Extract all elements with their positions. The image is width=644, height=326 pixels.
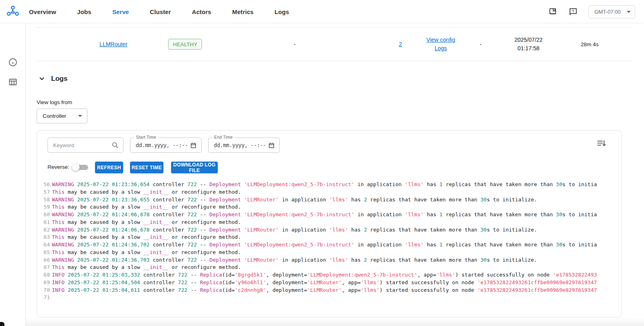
info-icon[interactable]	[8, 57, 18, 67]
replicas-count-link[interactable]: 2	[399, 41, 402, 47]
deployed-time: 01:17:58	[514, 44, 543, 53]
log-controls-row: Reverse: REFRESH RESET TIME DOWNLOAD LOG…	[37, 160, 621, 176]
log-line: 61This may be caused by a slow __init__ …	[41, 219, 597, 226]
table-icon[interactable]	[8, 77, 18, 87]
chevron-down-icon	[627, 11, 631, 13]
start-time-placeholder: dd.mm.yyyy, --:--	[136, 142, 188, 148]
log-line-number: 61	[41, 219, 50, 226]
log-line: 70INFO 2025-07-22 01:25:04,611 controlle…	[41, 287, 597, 294]
deployment-name-link[interactable]: LLMRouter	[99, 41, 127, 47]
calendar-icon[interactable]	[190, 142, 197, 149]
docs-book-icon[interactable]	[548, 7, 558, 16]
end-time-field[interactable]: End Time dd.mm.yyyy, --:--	[208, 137, 280, 153]
log-line: 68INFO 2025-07-22 01:25:03,332 controlle…	[41, 271, 597, 279]
toggle-thumb	[72, 163, 80, 171]
log-line: 63This may be caused by a slow __init__ …	[41, 234, 597, 241]
app-bar: Overview Jobs Serve Cluster Actors Metri…	[0, 0, 644, 23]
log-line: 59This may be caused by a slow __init__ …	[41, 203, 597, 211]
nav-tab-jobs[interactable]: Jobs	[77, 8, 91, 15]
keyword-search-field[interactable]	[47, 137, 124, 153]
status-badge: HEALTHY	[168, 39, 202, 50]
log-line: 66WARNING 2025-07-22 01:24:36,703 contro…	[41, 256, 597, 264]
keyword-input[interactable]	[53, 142, 111, 148]
reverse-label: Reverse:	[47, 164, 69, 170]
download-log-file-button[interactable]: DOWNLOAD LOG FILE	[171, 162, 218, 173]
view-config-link[interactable]: View config	[426, 36, 455, 44]
log-line-number: 63	[41, 234, 50, 241]
feedback-icon[interactable]	[568, 7, 578, 16]
log-line-number: 57	[41, 189, 50, 196]
deployed-date: 2025/07/22	[514, 36, 543, 44]
log-line-number: 60	[41, 211, 50, 219]
reverse-toggle[interactable]	[72, 162, 91, 173]
start-time-label: Start Time	[134, 135, 158, 139]
main-nav: Overview Jobs Serve Cluster Actors Metri…	[29, 0, 289, 23]
log-line-number: 62	[41, 226, 50, 234]
log-lines[interactable]: 56WARNING 2025-07-22 01:23:36,654 contro…	[37, 180, 597, 309]
log-line-number: 69	[41, 279, 50, 287]
log-line-number: 64	[41, 241, 50, 249]
log-source-select[interactable]: Controller	[37, 109, 87, 123]
duration-value: 28m 4s	[581, 41, 599, 47]
log-line: 58WARNING 2025-07-22 01:23:36,655 contro…	[41, 196, 597, 204]
nav-tab-cluster[interactable]: Cluster	[150, 8, 171, 15]
log-line-number: 70	[41, 287, 50, 294]
page-footer-strip	[26, 318, 644, 326]
log-line: 57This may be caused by a slow __init__ …	[41, 189, 597, 196]
log-line-number: 59	[41, 203, 50, 211]
log-line: 64WARNING 2025-07-22 01:24:36,702 contro…	[41, 241, 597, 249]
sort-order-icon[interactable]	[597, 139, 606, 148]
log-line: 69INFO 2025-07-22 01:25:04,504 controlle…	[41, 279, 597, 287]
end-time-placeholder: dd.mm.yyyy, --:--	[214, 142, 266, 148]
log-line: 60WARNING 2025-07-22 01:24:06,678 contro…	[41, 211, 597, 219]
nav-tab-metrics[interactable]: Metrics	[232, 8, 254, 15]
log-source-value: Controller	[43, 113, 66, 119]
logs-section-title: Logs	[51, 75, 68, 83]
timezone-select[interactable]: GMT-07:00	[588, 5, 635, 18]
log-line: 67This may be caused by a slow __init__ …	[41, 264, 597, 271]
deployment-table-row: LLMRouter HEALTHY - 2 View config Logs -…	[36, 27, 632, 61]
log-line-number: 68	[41, 271, 50, 279]
logs-section-toggle[interactable]: Logs	[38, 75, 68, 83]
log-line: 71	[41, 294, 597, 301]
log-line: 56WARNING 2025-07-22 01:23:36,654 contro…	[41, 181, 597, 189]
row-dash-1: -	[294, 41, 296, 47]
log-line-number: 66	[41, 256, 50, 264]
view-logs-from-label: View logs from	[37, 99, 72, 105]
row-dash-2: -	[480, 41, 482, 47]
refresh-button[interactable]: REFRESH	[95, 162, 123, 173]
log-line: 62WARNING 2025-07-22 01:24:06,678 contro…	[41, 226, 597, 234]
deployed-timestamp: 2025/07/22 01:17:58	[514, 36, 543, 53]
row-logs-link[interactable]: Logs	[426, 44, 455, 53]
nav-tab-actors[interactable]: Actors	[192, 8, 211, 15]
chevron-down-icon	[38, 75, 45, 82]
calendar-icon[interactable]	[268, 142, 275, 149]
corner-mark	[0, 322, 4, 326]
end-time-label: End Time	[212, 135, 235, 139]
search-icon	[111, 141, 119, 149]
nav-tab-overview[interactable]: Overview	[29, 8, 56, 15]
log-line: 65This may be caused by a slow __init__ …	[41, 249, 597, 256]
timezone-value: GMT-07:00	[594, 9, 621, 15]
ray-logo-icon[interactable]	[6, 5, 20, 18]
log-line-number: 65	[41, 249, 50, 256]
start-time-field[interactable]: Start Time dd.mm.yyyy, --:--	[130, 137, 202, 153]
log-line-number: 58	[41, 196, 50, 204]
reset-time-button[interactable]: RESET TIME	[130, 162, 163, 173]
appbar-actions: GMT-07:00	[548, 0, 644, 23]
log-line-number: 71	[41, 294, 50, 301]
left-sidebar	[0, 23, 26, 326]
nav-tab-logs[interactable]: Logs	[275, 8, 289, 15]
log-line-number: 56	[41, 181, 50, 189]
log-viewer-panel: Start Time dd.mm.yyyy, --:-- End Time dd…	[37, 130, 622, 318]
chevron-down-icon	[78, 115, 82, 117]
log-line-number: 67	[41, 264, 50, 271]
nav-tab-serve[interactable]: Serve	[112, 8, 129, 15]
